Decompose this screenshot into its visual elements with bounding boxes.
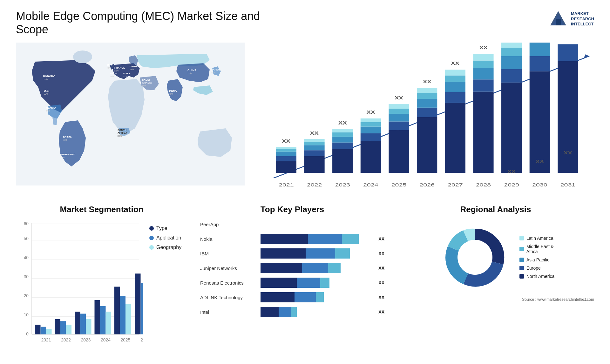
svg-text:GERMANY: GERMANY [130,65,143,68]
bar-segment-intel-3 [291,307,297,317]
svg-text:2023: 2023 [81,338,91,342]
reg-label-asia: Asia Pacific [526,257,549,262]
legend-application-dot [149,236,154,240]
bar-segment-renesas-3 [320,278,329,288]
reg-legend-north-america: North America [519,274,555,279]
svg-text:BRAZIL: BRAZIL [63,136,72,138]
svg-text:SOUTH: SOUTH [118,129,126,131]
svg-rect-70 [417,108,437,117]
svg-rect-139 [100,306,106,334]
svg-rect-45 [304,156,324,173]
player-name-nokia: Nokia [200,236,257,242]
bar-segment-ibm-2 [306,248,335,259]
svg-rect-91 [501,43,522,48]
bar-segment-nokia-3 [342,234,359,244]
svg-text:MEXICO: MEXICO [46,106,56,109]
svg-text:ITALY: ITALY [123,72,130,75]
svg-rect-73 [417,88,437,93]
logo: MARKET RESEARCH INTELLECT [549,10,594,29]
svg-rect-92 [530,71,550,173]
page-header: Mobile Edge Computing (MEC) Market Size … [16,10,594,36]
svg-rect-131 [60,321,66,334]
svg-text:xx%: xx% [110,75,114,78]
reg-legend-mea: Middle East &Africa [519,244,555,254]
svg-text:0: 0 [26,332,29,336]
svg-text:xx%: xx% [130,68,134,71]
player-bar-juniper [261,263,373,273]
svg-text:xx%: xx% [211,71,215,74]
svg-text:2023: 2023 [335,182,350,188]
svg-text:xx%: xx% [187,72,192,74]
svg-text:xx%: xx% [142,84,146,87]
svg-rect-60 [361,122,381,127]
svg-rect-55 [332,129,353,132]
svg-rect-75 [445,103,465,173]
svg-text:INDIA: INDIA [169,89,177,92]
player-xx-juniper: XX [378,266,384,271]
bottom-section: Market Segmentation 0 10 20 30 40 50 60 [16,205,594,338]
svg-rect-144 [125,304,131,334]
bar-segment-intel-2 [279,307,291,317]
svg-text:2026: 2026 [140,338,143,342]
player-xx-ibm: XX [378,251,384,256]
svg-text:10: 10 [24,313,29,317]
svg-text:AFRICA: AFRICA [118,131,127,134]
svg-text:2026: 2026 [419,182,435,188]
svg-text:XX: XX [564,150,572,155]
regional-legend: Latin America Middle East &Africa Asia P… [519,236,555,279]
source-text: Source : www.marketresearchintellect.com [397,297,594,302]
player-bar-peerapp [261,219,379,229]
player-xx-adlink: XX [378,295,384,300]
svg-rect-81 [473,92,493,173]
regional-section: Regional Analysis [397,205,594,338]
bar-segment-adlink-1 [261,292,295,302]
legend-application-label: Application [156,235,181,241]
svg-rect-41 [276,152,296,156]
svg-rect-128 [46,329,52,334]
svg-text:ARABIA: ARABIA [142,81,152,84]
player-name-ibm: IBM [200,251,257,256]
svg-rect-132 [66,325,72,334]
regional-container: Latin America Middle East &Africa Asia P… [397,219,594,302]
svg-rect-134 [75,312,80,334]
key-players-title: Top Key Players [197,205,388,214]
svg-rect-64 [389,122,409,130]
svg-rect-66 [389,109,409,114]
reg-label-europe: Europe [526,266,541,271]
player-xx-intel: XX [378,309,384,314]
svg-rect-88 [501,69,522,83]
svg-rect-69 [417,117,437,173]
svg-text:XX: XX [367,110,375,115]
logo-text: MARKET RESEARCH INTELLECT [571,11,594,27]
svg-text:2021: 2021 [41,338,51,342]
svg-text:SAUDI: SAUDI [142,78,150,81]
legend-application: Application [149,235,187,241]
svg-rect-135 [80,314,86,334]
svg-text:xx%: xx% [46,110,50,112]
reg-legend-asia: Asia Pacific [519,257,555,262]
svg-rect-39 [276,161,296,173]
svg-rect-147 [141,283,143,334]
svg-rect-83 [473,68,493,79]
reg-dot-europe [519,266,524,270]
key-players-section: Top Key Players PeerApp Nokia XX IBM [197,205,388,338]
player-bar-nokia [261,234,373,244]
reg-dot-mea [519,247,524,251]
svg-text:30: 30 [24,274,29,279]
svg-text:JAPAN: JAPAN [211,68,220,71]
svg-rect-46 [304,150,324,156]
svg-text:2025: 2025 [121,338,131,342]
svg-text:40: 40 [24,255,29,260]
svg-rect-61 [361,118,381,122]
svg-text:XX: XX [536,159,544,164]
segmentation-chart-container: 0 10 20 30 40 50 60 2021 [16,219,187,337]
svg-rect-40 [276,156,296,161]
player-bar-ibm [261,248,373,259]
svg-text:2028: 2028 [476,182,491,188]
bar-segment-renesas-1 [261,278,297,288]
svg-text:CHINA: CHINA [187,69,197,72]
growth-bar-chart: XX XX XX XX [254,43,594,195]
svg-rect-126 [35,325,41,334]
svg-text:XX: XX [507,169,516,174]
svg-text:2024: 2024 [101,338,111,342]
